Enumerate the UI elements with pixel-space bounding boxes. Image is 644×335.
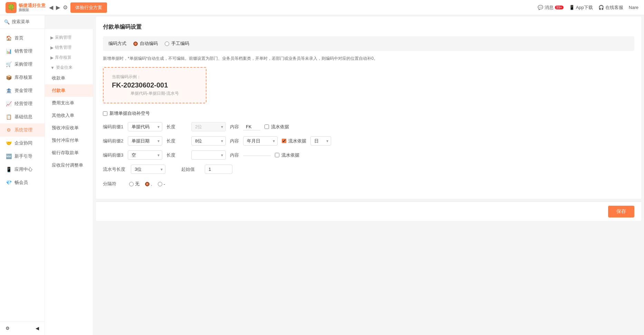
serial-length-select[interactable]: 3位 4位 5位 bbox=[131, 165, 165, 174]
sep-dot-option[interactable]: . bbox=[145, 182, 152, 187]
top-bar-right: 💬 消息 99+ 📱 App下载 🎧 在线客服 Nare bbox=[538, 4, 638, 11]
sidebar-item-system[interactable]: ⚙ 系统管理 bbox=[0, 123, 45, 137]
submenu-ar-ap-adjust[interactable]: 应收应付调整单 bbox=[45, 159, 93, 171]
sidebar-item-label: 系统管理 bbox=[15, 127, 32, 133]
sep-dash-radio[interactable] bbox=[158, 182, 162, 186]
content2-label: 内容 bbox=[230, 138, 239, 144]
submenu-expense[interactable]: 费用支出单 bbox=[45, 97, 93, 109]
submenu-capital[interactable]: ▼ 资金往来 bbox=[45, 62, 93, 72]
sidebar-item-label: 畅会员 bbox=[15, 179, 28, 186]
sidebar-item-purchase[interactable]: 🛒 采购管理 bbox=[0, 58, 45, 71]
submenu-panel: ▶ 采购管理 ▶ 销售管理 ▶ 库存核算 ▼ 资金往来 收款单 付款单 费用支出… bbox=[45, 29, 93, 224]
submenu-receipt[interactable]: 收款单 bbox=[45, 72, 93, 84]
submenu-sales[interactable]: ▶ 销售管理 bbox=[45, 42, 93, 52]
sep-none-option[interactable]: 无 bbox=[129, 181, 140, 187]
sidebar-item-basic[interactable]: 📋 基础信息 bbox=[0, 110, 45, 123]
prefix1-select[interactable]: 单据代码 bbox=[128, 122, 162, 131]
message-button[interactable]: 💬 消息 99+ bbox=[538, 4, 564, 11]
user-area[interactable]: Nare bbox=[629, 5, 638, 10]
encoding-method-row: 编码方式 自动编码 手工编码 bbox=[103, 36, 634, 51]
save-button[interactable]: 保存 bbox=[608, 206, 634, 217]
sales-icon: 📊 bbox=[6, 48, 12, 54]
nav-forward-btn[interactable]: ▶ bbox=[56, 4, 60, 11]
prefix2-select[interactable]: 单据日期 bbox=[128, 136, 162, 146]
submenu-prepay-receive[interactable]: 预收冲应收单 bbox=[45, 122, 93, 134]
prefix1-select-wrapper: 单据代码 bbox=[128, 122, 162, 131]
submenu-purchase[interactable]: ▶ 采购管理 bbox=[45, 32, 93, 42]
sidebar-item-operation[interactable]: 📈 经营管理 bbox=[0, 97, 45, 110]
sidebar-item-corp[interactable]: 🤝 企业协同 bbox=[0, 137, 45, 150]
sep-none-label: 无 bbox=[135, 181, 140, 187]
corp-icon: 🤝 bbox=[6, 140, 12, 146]
length1-select[interactable]: 2位 bbox=[191, 122, 226, 131]
search-menu[interactable]: 🔍 搜索菜单 bbox=[0, 15, 45, 29]
home-icon: 🏠 bbox=[6, 35, 12, 41]
serial-length-row: 流水号长度 3位 4位 5位 起始值 bbox=[103, 165, 634, 174]
submenu-bank-deposit[interactable]: 银行存取款单 bbox=[45, 147, 93, 159]
start-value-input[interactable] bbox=[205, 165, 232, 174]
sidebar-item-guide[interactable]: 🆕 新手引导 bbox=[0, 150, 45, 163]
sep-none-radio[interactable] bbox=[129, 182, 134, 186]
inventory-icon: 📦 bbox=[6, 74, 12, 81]
day2-select[interactable]: 日 月 年 bbox=[310, 136, 331, 146]
serial2-checkbox[interactable] bbox=[282, 139, 286, 143]
serial3-checkbox[interactable] bbox=[275, 153, 279, 157]
settings-icon[interactable]: ⚙ bbox=[63, 4, 68, 11]
trial-button[interactable]: 体验行业方案 bbox=[70, 2, 107, 13]
logo: 🍀 畅捷通好生意 旗舰版 bbox=[6, 2, 46, 13]
sep-dot-label: . bbox=[151, 182, 152, 187]
auto-encode-option[interactable]: 自动编码 bbox=[133, 40, 158, 47]
sidebar-item-apps[interactable]: 📱 应用中心 bbox=[0, 163, 45, 176]
logo-icon: 🍀 bbox=[6, 2, 17, 13]
auto-fill-label: 新增单据自动补空号 bbox=[109, 110, 150, 117]
top-bar-left: 🍀 畅捷通好生意 旗舰版 ◀ ▶ ⚙ 体验行业方案 bbox=[6, 2, 107, 13]
sidebar-item-member[interactable]: 💎 畅会员 bbox=[0, 176, 45, 189]
apps-icon: 📱 bbox=[6, 166, 12, 173]
serial3-label: 流水依据 bbox=[281, 152, 299, 158]
online-service-btn[interactable]: 🎧 在线客服 bbox=[598, 4, 623, 11]
app-download-btn[interactable]: 📱 App下载 bbox=[569, 4, 593, 11]
sidebar: 🔍 搜索菜单 🏠 首页 📊 销售管理 🛒 采购管理 📦 库存核算 🏦 资金管理 … bbox=[0, 15, 45, 224]
serial-length-select-wrapper: 3位 4位 5位 bbox=[131, 165, 165, 174]
start-value-row: 起始值 bbox=[181, 165, 232, 174]
length2-select-wrapper: 8位 bbox=[191, 136, 226, 146]
content2-select[interactable]: 年月日 bbox=[243, 136, 278, 146]
basic-icon: 📋 bbox=[6, 114, 12, 120]
content1-label: 内容 bbox=[230, 124, 239, 130]
logo-sub: 旗舰版 bbox=[19, 8, 46, 12]
sidebar-item-home[interactable]: 🏠 首页 bbox=[0, 31, 45, 45]
length3-select[interactable] bbox=[191, 150, 226, 160]
auto-encode-radio[interactable] bbox=[133, 41, 138, 46]
manual-encode-option[interactable]: 手工编码 bbox=[165, 40, 189, 47]
nav-back-btn[interactable]: ◀ bbox=[49, 4, 53, 11]
serial-length-label: 流水号长度 bbox=[103, 166, 125, 173]
submenu-inventory[interactable]: ▶ 库存核算 bbox=[45, 52, 93, 62]
sidebar-item-sales[interactable]: 📊 销售管理 bbox=[0, 45, 45, 58]
page-title: 付款单编码设置 bbox=[103, 24, 634, 31]
submenu-prepay-pay[interactable]: 预付冲应付单 bbox=[45, 134, 93, 147]
sidebar-item-inventory[interactable]: 📦 库存核算 bbox=[0, 71, 45, 84]
sidebar-item-label: 资金管理 bbox=[15, 87, 32, 94]
manual-encode-label: 手工编码 bbox=[171, 40, 189, 47]
prefix3-select[interactable]: 空 bbox=[128, 150, 162, 160]
search-menu-label: 搜索菜单 bbox=[12, 19, 30, 25]
prefix1-label: 编码前缀1 bbox=[103, 124, 124, 130]
length1-label: 长度 bbox=[166, 124, 187, 130]
manual-encode-radio[interactable] bbox=[165, 41, 169, 46]
app-icon: 📱 bbox=[569, 5, 575, 10]
submenu-other-income[interactable]: 其他收入单 bbox=[45, 109, 93, 122]
length2-select[interactable]: 8位 bbox=[191, 136, 226, 146]
purchase-icon: 🛒 bbox=[6, 61, 12, 67]
auto-fill-checkbox[interactable] bbox=[103, 111, 107, 116]
bottom-bar: 保存 bbox=[96, 202, 641, 221]
code-preview-label: 当前编码示例： bbox=[112, 74, 198, 80]
sep-dot-radio[interactable] bbox=[145, 182, 150, 186]
submenu-payment[interactable]: 付款单 bbox=[45, 84, 93, 97]
sep-dash-option[interactable]: - bbox=[158, 182, 165, 187]
serial1-checkbox[interactable] bbox=[265, 124, 269, 129]
serial1-check: 流水依据 bbox=[265, 124, 289, 130]
sidebar-item-label: 企业协同 bbox=[15, 140, 32, 146]
message-icon: 💬 bbox=[538, 5, 543, 10]
sidebar-item-finance[interactable]: 🏦 资金管理 bbox=[0, 84, 45, 97]
page-area: 付款单编码设置 编码方式 自动编码 手工编码 新增单据时，*单据编码*自动生成，… bbox=[96, 17, 641, 199]
